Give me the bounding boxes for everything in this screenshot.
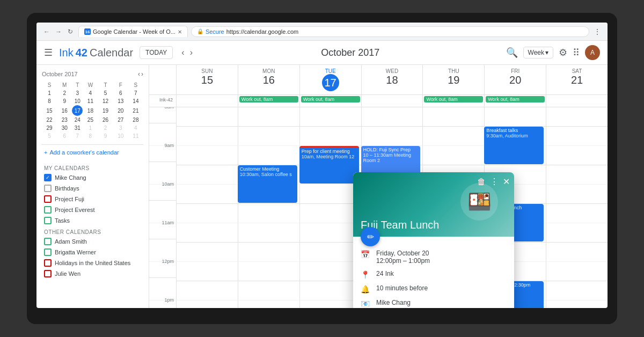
mini-cal-day[interactable]: 16 xyxy=(57,105,72,116)
grid-cell[interactable] xyxy=(484,146,546,165)
mini-cal-day[interactable]: 26 xyxy=(98,116,113,124)
other-calendar-item[interactable]: Julie Wen xyxy=(42,268,143,279)
mini-cal-day[interactable]: 31 xyxy=(72,124,83,132)
allday-event[interactable]: Work out, 8am xyxy=(424,96,483,102)
mini-cal-day[interactable]: 3 xyxy=(72,89,83,97)
mini-cal-day[interactable]: 7 xyxy=(128,89,143,97)
grid-cell[interactable] xyxy=(238,107,299,127)
mini-cal-day[interactable]: 25 xyxy=(83,116,98,124)
mini-cal-day[interactable]: 30 xyxy=(57,124,72,132)
mini-cal-day[interactable]: 21 xyxy=(128,105,143,116)
popup-delete-button[interactable]: 🗑 xyxy=(477,177,486,187)
grid-cell[interactable] xyxy=(238,127,299,146)
mini-cal-day[interactable]: 19 xyxy=(98,105,113,116)
grid-cell[interactable] xyxy=(299,223,361,243)
grid-cell[interactable] xyxy=(299,165,361,185)
grid-cell[interactable] xyxy=(546,301,608,308)
mini-cal-day[interactable]: 17 xyxy=(72,105,83,116)
mini-cal-next[interactable]: › xyxy=(141,70,143,78)
view-selector[interactable]: Week ▾ xyxy=(523,47,553,58)
grid-cell[interactable] xyxy=(238,146,299,165)
grid-cell[interactable] xyxy=(484,107,546,127)
calendar-item[interactable]: ✓Mike Chang xyxy=(42,172,143,183)
mini-cal-day[interactable]: 9 xyxy=(57,97,72,105)
settings-button[interactable]: ⚙ xyxy=(559,47,567,58)
mini-cal-day[interactable]: 2 xyxy=(98,124,113,132)
grid-cell[interactable] xyxy=(546,223,608,243)
grid-cell[interactable] xyxy=(546,243,608,262)
mini-cal-day[interactable]: 27 xyxy=(113,116,128,124)
mini-cal-day[interactable]: 2 xyxy=(57,89,72,97)
grid-cell[interactable] xyxy=(176,204,238,223)
mini-cal-day[interactable]: 12 xyxy=(98,97,113,105)
allday-event[interactable]: Work out, 8am xyxy=(239,96,298,102)
mini-cal-day[interactable]: 1 xyxy=(42,89,57,97)
grid-cell[interactable] xyxy=(299,107,361,127)
mini-cal-day[interactable]: 10 xyxy=(113,132,128,140)
mini-cal-day[interactable]: 4 xyxy=(83,89,98,97)
mini-cal-day[interactable]: 1 xyxy=(83,124,98,132)
grid-cell[interactable] xyxy=(238,262,299,281)
popup-more-button[interactable]: ⋮ xyxy=(490,177,499,187)
mini-cal-prev[interactable]: ‹ xyxy=(138,70,140,78)
mini-cal-day[interactable]: 14 xyxy=(128,97,143,105)
back-button[interactable]: ← xyxy=(42,27,52,36)
grid-cell[interactable] xyxy=(546,185,608,204)
mini-cal-day[interactable]: 5 xyxy=(42,132,57,140)
grid-cell[interactable] xyxy=(484,127,546,146)
grid-cell[interactable] xyxy=(238,223,299,243)
grid-cell[interactable] xyxy=(176,146,238,165)
grid-cell[interactable] xyxy=(546,127,608,146)
grid-cell[interactable] xyxy=(176,262,238,281)
grid-cell[interactable] xyxy=(546,165,608,185)
grid-cell[interactable] xyxy=(299,262,361,281)
grid-cell[interactable] xyxy=(299,243,361,262)
calendar-item[interactable]: Project Fuji xyxy=(42,194,143,204)
mini-cal-day[interactable]: 18 xyxy=(83,105,98,116)
mini-cal-day[interactable]: 11 xyxy=(83,97,98,105)
browser-tab[interactable]: 16 Google Calendar - Week of O... ✕ xyxy=(78,26,188,37)
grid-cell[interactable] xyxy=(238,165,299,185)
grid-cell[interactable] xyxy=(238,185,299,204)
mini-cal-day[interactable]: 3 xyxy=(113,124,128,132)
grid-cell[interactable] xyxy=(361,127,423,146)
mini-cal-day[interactable]: 4 xyxy=(128,124,143,132)
grid-cell[interactable] xyxy=(176,185,238,204)
grid-cell[interactable] xyxy=(299,281,361,301)
grid-cell[interactable] xyxy=(299,301,361,308)
other-calendar-item[interactable]: Adam Smith xyxy=(42,236,143,247)
grid-cell[interactable] xyxy=(238,243,299,262)
mini-cal-day[interactable]: 6 xyxy=(113,89,128,97)
mini-cal-day[interactable]: 8 xyxy=(83,132,98,140)
grid-cell[interactable] xyxy=(546,107,608,127)
menu-button[interactable]: ☰ xyxy=(44,47,53,58)
apps-button[interactable]: ⠿ xyxy=(573,47,580,58)
grid-cell[interactable] xyxy=(238,281,299,301)
mini-cal-day[interactable]: 28 xyxy=(128,116,143,124)
day-header-tue[interactable]: TUE 17 xyxy=(299,65,361,94)
calendar-item[interactable]: Tasks xyxy=(42,215,143,226)
grid-cell[interactable] xyxy=(546,204,608,223)
mini-cal-day[interactable]: 8 xyxy=(42,97,57,105)
allday-event[interactable]: Work out, 8am xyxy=(486,96,545,102)
mini-cal-day[interactable]: 13 xyxy=(113,97,128,105)
grid-cell[interactable] xyxy=(546,262,608,281)
grid-cell[interactable] xyxy=(299,146,361,165)
search-button[interactable]: 🔍 xyxy=(506,47,518,58)
add-coworker-button[interactable]: + Add a coworker's calendar xyxy=(42,144,143,160)
refresh-button[interactable]: ↻ xyxy=(65,27,75,36)
today-button[interactable]: TODAY xyxy=(140,46,173,59)
grid-cell[interactable] xyxy=(546,146,608,165)
grid-cell[interactable] xyxy=(176,127,238,146)
grid-cell[interactable] xyxy=(422,146,484,165)
grid-cell[interactable] xyxy=(176,223,238,243)
popup-close-button[interactable]: ✕ xyxy=(503,177,510,187)
grid-cell[interactable] xyxy=(546,281,608,301)
user-avatar[interactable]: A xyxy=(585,45,600,60)
next-period-button[interactable]: › xyxy=(188,47,195,58)
tab-close-button[interactable]: ✕ xyxy=(178,29,182,35)
browser-menu-button[interactable]: ⋮ xyxy=(592,27,602,36)
grid-cell[interactable] xyxy=(176,243,238,262)
grid-cell[interactable] xyxy=(299,127,361,146)
mini-cal-day[interactable]: 29 xyxy=(42,124,57,132)
